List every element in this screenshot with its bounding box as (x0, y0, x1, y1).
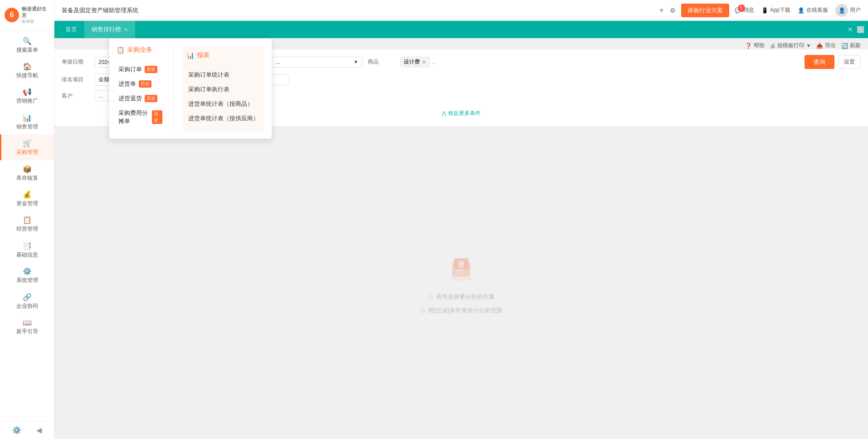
tab-sales-rank[interactable]: 销售排行榜 ✕ (84, 21, 135, 38)
maximize-icon[interactable]: ⬜ (857, 26, 864, 33)
rank-value: 金额 (98, 76, 109, 84)
tab-bar: 首页 销售排行榜 ✕ ✕ ⬜ (54, 21, 868, 38)
operations-icon: 📋 (23, 216, 32, 224)
status-input[interactable]: ... ▼ (272, 57, 362, 68)
purchase-section-icon: 📋 (117, 46, 124, 54)
settings-button[interactable]: ⚙️ (12, 426, 21, 434)
tab-home[interactable]: 首页 (58, 21, 84, 38)
empty-hint-2: ② 用[过滤]条件来缩小分析范围 (420, 306, 502, 315)
dropdown-divider (173, 46, 174, 131)
avatar: 👤 (835, 4, 848, 17)
sidebar-item-inventory[interactable]: 📦 库存核算 (0, 160, 54, 186)
sidebar-item-sales[interactable]: 📊 销售管理 (0, 109, 54, 134)
tab-salesrank-label: 销售排行榜 (92, 25, 121, 34)
refresh-btn[interactable]: 🔄 刷新 (841, 42, 861, 49)
help-btn[interactable]: ❓ 帮助 (745, 42, 765, 49)
sidebar-bottom: ⚙️ ◀ (0, 421, 54, 439)
goods-more[interactable]: ... (431, 59, 436, 65)
user-menu-btn[interactable]: 👤 用户 (835, 4, 861, 17)
report-section-icon: 📊 (186, 52, 194, 59)
logo-text: 畅捷通好生意 (22, 5, 49, 19)
marketing-icon: 📢 (23, 88, 32, 96)
date-label: 单据日期 (62, 58, 89, 66)
purchase-order-label: 采购订单 (118, 65, 142, 74)
dropdown-item-report-3[interactable]: 进货单统计表（按商品） (186, 97, 261, 111)
dropdown-item-purchase-order[interactable]: 采购订单 历史 (117, 62, 164, 77)
online-service-btn[interactable]: 👤 在线客服 (798, 6, 828, 14)
filter-actions: 查询 设置 (805, 55, 861, 69)
history-badge-return: 历史 (145, 95, 157, 102)
empty-text-2: 用[过滤]条件来缩小分析范围 (428, 306, 502, 315)
tab-home-label: 首页 (65, 25, 77, 34)
sidebar-item-basic-info[interactable]: 📑 基础信息 (0, 237, 54, 262)
print-btn[interactable]: 🖨 按模板打印 ▼ (770, 42, 811, 49)
history-badge-fee: 历史 (152, 110, 162, 124)
sidebar-item-system[interactable]: ⚙️ 系统管理 (0, 262, 54, 288)
sidebar-item-purchase[interactable]: 🛒 采购管理 (0, 134, 54, 160)
notification-count: 5 (738, 5, 745, 12)
setting-button[interactable]: 设置 (838, 55, 861, 69)
dropdown-item-report-1[interactable]: 采购订单统计表 (186, 68, 261, 82)
user-label: 用户 (850, 6, 861, 14)
dropdown-item-purchase-receive[interactable]: 进货单 历史 (117, 77, 164, 91)
sidebar-item-operations[interactable]: 📋 经营管理 (0, 211, 54, 237)
goods-tag-close[interactable]: ✕ (422, 59, 426, 65)
hint-bullet-1: ① (428, 294, 433, 301)
status-placeholder: ... (276, 59, 280, 65)
dropdown-purchase-section: 📋 采购业务 采购订单 历史 进货单 历史 进货退货 历史 采购费用分摊单 (117, 46, 164, 131)
industry-btn[interactable]: 体验行业方案 (681, 4, 729, 17)
svg-point-3 (458, 261, 464, 267)
help-icon: ❓ (745, 43, 752, 49)
sidebar-item-enterprise[interactable]: 🔗 企业协同 (0, 288, 54, 314)
dropdown-item-purchase-return[interactable]: 进货退货 历史 (117, 91, 164, 106)
dropdown-item-purchase-fee[interactable]: 采购费用分摊单 历史 (117, 106, 164, 128)
header-settings-icon[interactable]: ⚙ (670, 7, 676, 14)
collapse-btn-label: 收起更多条件 (448, 109, 481, 117)
dropdown-arrow-icon[interactable]: ▼ (659, 7, 664, 14)
print-arrow-icon: ▼ (806, 43, 811, 48)
sidebar-item-quicknav-label: 快捷导航 (16, 72, 38, 79)
inventory-icon: 📦 (23, 165, 32, 173)
report-4-label: 进货单统计表（按供应商） (188, 114, 259, 123)
close-window-icon[interactable]: ✕ (848, 26, 853, 33)
notification-wrap: 💬 5 (735, 7, 741, 14)
dropdown-item-report-4[interactable]: 进货单统计表（按供应商） (186, 111, 261, 126)
sidebar-item-operations-label: 经营管理 (16, 226, 38, 232)
report-3-label: 进货单统计表（按商品） (188, 100, 253, 108)
header-actions: 💬 5 消息 📱 App下载 👤 在线客服 👤 用户 (735, 4, 861, 17)
logo-icon: 6 (5, 8, 19, 22)
avatar-initial: 👤 (839, 7, 845, 14)
print-label: 按模板打印 (777, 42, 805, 49)
sidebar-item-sales-label: 销售管理 (16, 123, 38, 130)
logo-badge: 标准版 (22, 19, 49, 25)
history-badge-receive: 历史 (139, 80, 151, 88)
purchase-return-label: 进货退货 (118, 94, 142, 103)
export-btn[interactable]: 📤 导出 (816, 42, 836, 49)
sidebar-item-marketing[interactable]: 📢 营销推广 (0, 83, 54, 109)
purchase-receive-label: 进货单 (118, 80, 136, 88)
home-icon: 🏠 (23, 62, 32, 71)
sidebar-item-finance[interactable]: 💰 资金管理 (0, 186, 54, 211)
export-icon: 📤 (816, 43, 823, 49)
status-dropdown-icon: ▼ (354, 59, 358, 64)
purchase-section-title-text: 采购业务 (127, 46, 152, 54)
sidebar-item-search[interactable]: 🔍 搜索菜单 (0, 32, 54, 58)
sidebar-menu: 🔍 搜索菜单 🏠 快捷导航 📢 营销推广 📊 销售管理 🛒 采购管理 📦 库存核… (0, 30, 54, 421)
top-header: 装备及固定资产辅助管理系统 ▼ ⚙ 体验行业方案 💬 5 消息 📱 App下载 … (54, 0, 868, 21)
collapse-sidebar-button[interactable]: ◀ (36, 426, 42, 434)
app-logo: 6 畅捷通好生意 标准版 (0, 0, 54, 30)
app-download-label: App下载 (770, 6, 790, 14)
query-button[interactable]: 查询 (805, 55, 834, 69)
sidebar-item-quick-nav[interactable]: 🏠 快捷导航 (0, 58, 54, 83)
sidebar-item-finance-label: 资金管理 (16, 200, 38, 207)
collapse-up-icon: ⋀ (442, 110, 446, 117)
content-area: ❓ 帮助 🖨 按模板打印 ▼ 📤 导出 🔄 刷新 单据日期 2024 (54, 38, 868, 439)
tab-close-icon[interactable]: ✕ (124, 27, 128, 33)
sidebar-item-guide[interactable]: 📖 新手引导 (0, 314, 54, 339)
app-download-btn[interactable]: 📱 App下载 (761, 6, 790, 14)
sidebar-item-enterprise-label: 企业协同 (16, 303, 38, 309)
dropdown-item-report-2[interactable]: 采购订单执行表 (186, 82, 261, 97)
online-service-label: 在线客服 (806, 6, 828, 14)
goods-filter-wrap: 设计费 ✕ ... (400, 57, 436, 67)
notification-btn[interactable]: 💬 5 消息 (735, 6, 754, 14)
